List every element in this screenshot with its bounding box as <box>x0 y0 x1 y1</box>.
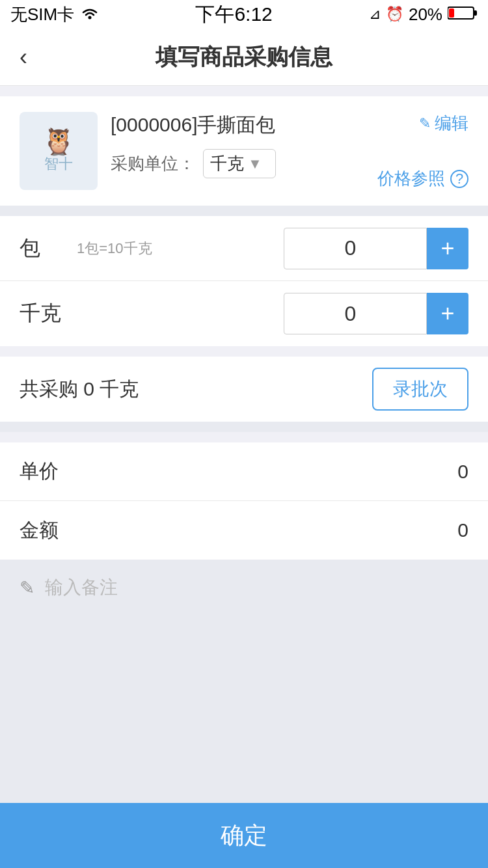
bag-plus-button[interactable]: + <box>427 228 468 269</box>
status-bar: 无SIM卡 下午6:12 ⊿ ⏰ 20% <box>0 0 488 29</box>
divider-1 <box>0 206 488 216</box>
batch-button[interactable]: 录批次 <box>372 368 468 411</box>
dropdown-icon: ▼ <box>248 156 262 172</box>
amount-value: 0 <box>457 519 468 541</box>
unit-price-row: 单价 0 <box>0 442 488 501</box>
amount-label: 金额 <box>20 517 59 544</box>
help-icon: ? <box>450 170 468 188</box>
carrier-text: 无SIM卡 <box>10 3 74 26</box>
empty-content-area <box>0 616 488 824</box>
status-left: 无SIM卡 <box>10 3 99 26</box>
price-section: 单价 0 金额 0 <box>0 442 488 560</box>
kg-input-row: 千克 + <box>0 281 488 346</box>
product-name: [0000006]手撕面包 <box>111 112 468 139</box>
back-button[interactable]: ‹ <box>13 37 34 77</box>
price-ref-label: 价格参照 <box>377 167 445 190</box>
battery-percent: 20% <box>409 5 442 25</box>
divider-2 <box>0 422 488 432</box>
unit-price-label: 单价 <box>20 458 59 485</box>
unit-label: 采购单位： <box>111 152 195 175</box>
pencil-icon: ✎ <box>20 577 34 599</box>
battery-icon <box>448 5 478 25</box>
product-brand-label: 智十 <box>44 154 73 174</box>
input-section: 包 1包=10千克 + 千克 + <box>0 216 488 346</box>
bag-input-control: + <box>284 228 468 269</box>
kg-input-control: + <box>284 293 468 334</box>
nav-bar: ‹ 填写商品采购信息 <box>0 29 488 86</box>
edit-icon: ✎ <box>419 115 431 132</box>
page-title: 填写商品采购信息 <box>156 42 332 72</box>
bag-quantity-input[interactable] <box>284 228 427 269</box>
product-image: 🦉 智十 <box>20 112 98 190</box>
kg-label: 千克 <box>20 299 72 328</box>
unit-value: 千克 <box>210 152 244 175</box>
kg-quantity-input[interactable] <box>284 293 427 334</box>
wifi-signal-icon <box>81 5 99 25</box>
status-right: ⊿ ⏰ 20% <box>369 5 478 25</box>
bag-input-row: 包 1包=10千克 + <box>0 216 488 281</box>
bag-label: 包 <box>20 234 72 263</box>
bag-sub-label: 1包=10千克 <box>77 239 284 258</box>
location-icon: ⊿ <box>369 6 381 23</box>
alarm-icon: ⏰ <box>386 6 403 23</box>
svg-point-0 <box>88 16 92 19</box>
notes-placeholder: 输入备注 <box>45 575 118 600</box>
product-logo-icon: 🦉 <box>42 128 75 154</box>
svg-rect-3 <box>449 8 454 18</box>
confirm-button[interactable]: 确定 <box>0 803 488 868</box>
edit-button[interactable]: ✎ 编辑 <box>419 112 468 135</box>
unit-price-value: 0 <box>457 461 468 483</box>
total-label: 共采购 0 千克 <box>20 376 139 403</box>
notes-section[interactable]: ✎ 输入备注 <box>0 560 488 616</box>
price-reference-button[interactable]: 价格参照 ? <box>377 167 468 190</box>
amount-row: 金额 0 <box>0 501 488 560</box>
total-section: 共采购 0 千克 录批次 <box>0 357 488 422</box>
unit-select[interactable]: 千克 ▼ <box>203 149 276 178</box>
status-time: 下午6:12 <box>195 1 272 28</box>
product-card: 🦉 智十 [0000006]手撕面包 采购单位： 千克 ▼ ✎ 编辑 价格参照 … <box>0 96 488 206</box>
edit-label: 编辑 <box>435 112 468 135</box>
kg-plus-button[interactable]: + <box>427 293 468 334</box>
svg-rect-2 <box>474 10 477 16</box>
